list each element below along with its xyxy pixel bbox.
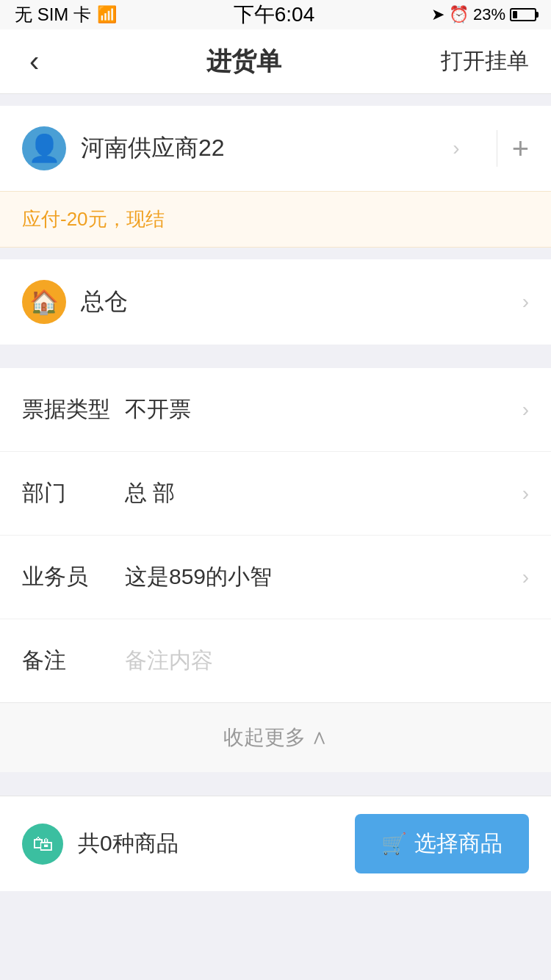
notice-bar: 应付-20元，现结 bbox=[0, 191, 551, 248]
open-pending-button[interactable]: 打开挂单 bbox=[441, 46, 529, 76]
bottom-bar: 🛍 共0种商品 🛒 选择商品 bbox=[0, 796, 551, 891]
section-divider-1 bbox=[0, 94, 551, 106]
battery-percent: 23% bbox=[473, 5, 505, 24]
status-bar: 无 SIM 卡 📶 下午6:04 ➤ ⏰ 23% bbox=[0, 0, 551, 29]
sales-rep-chevron-icon: › bbox=[522, 566, 529, 589]
status-right: ➤ ⏰ 23% bbox=[431, 5, 536, 24]
remark-placeholder[interactable]: 备注内容 bbox=[125, 646, 529, 676]
department-value: 总 部 bbox=[125, 478, 522, 508]
sales-rep-label: 业务员 bbox=[22, 562, 125, 592]
status-carrier: 无 SIM 卡 📶 bbox=[15, 3, 117, 26]
page-title: 进货单 bbox=[206, 45, 281, 79]
location-icon: ➤ bbox=[431, 5, 444, 24]
collapse-row[interactable]: 收起更多 ∧ bbox=[0, 702, 551, 772]
invoice-type-value: 不开票 bbox=[125, 394, 522, 425]
wifi-icon: 📶 bbox=[97, 5, 117, 24]
remark-label: 备注 bbox=[22, 646, 125, 676]
shopping-bag-icon: 🛍 bbox=[32, 832, 53, 856]
form-row-invoice[interactable]: 票据类型 不开票 › bbox=[0, 368, 551, 452]
add-product-icon: 🛒 bbox=[381, 832, 407, 856]
supplier-chevron-icon: › bbox=[453, 137, 459, 160]
collapse-label[interactable]: 收起更多 ∧ bbox=[223, 724, 328, 752]
form-section: 票据类型 不开票 › 部门 总 部 › 业务员 这是859的小智 › 备注 备注… bbox=[0, 368, 551, 702]
invoice-chevron-icon: › bbox=[522, 398, 529, 422]
section-divider-4 bbox=[0, 772, 551, 784]
supplier-row[interactable]: 👤 河南供应商22 › + bbox=[0, 106, 551, 191]
warehouse-name: 总仓 bbox=[81, 286, 522, 318]
warehouse-icon-wrap: 🏠 bbox=[22, 280, 66, 324]
warehouse-section: 🏠 总仓 › bbox=[0, 259, 551, 345]
section-divider-2 bbox=[0, 248, 551, 259]
warehouse-icon: 🏠 bbox=[29, 288, 59, 316]
warehouse-row[interactable]: 🏠 总仓 › bbox=[0, 259, 551, 345]
form-row-remark[interactable]: 备注 备注内容 bbox=[0, 619, 551, 702]
product-count: 共0种商品 bbox=[78, 829, 355, 859]
status-time: 下午6:04 bbox=[234, 1, 315, 29]
select-product-label: 选择商品 bbox=[414, 829, 503, 859]
vertical-divider bbox=[497, 130, 497, 167]
department-chevron-icon: › bbox=[522, 482, 529, 505]
section-divider-3 bbox=[0, 345, 551, 356]
form-row-sales-rep[interactable]: 业务员 这是859的小智 › bbox=[0, 536, 551, 619]
form-row-department[interactable]: 部门 总 部 › bbox=[0, 452, 551, 536]
warehouse-chevron-icon: › bbox=[522, 290, 529, 314]
product-icon-wrap: 🛍 bbox=[22, 824, 63, 865]
alarm-icon: ⏰ bbox=[449, 5, 469, 24]
supplier-name: 河南供应商22 bbox=[81, 132, 453, 165]
supplier-avatar: 👤 bbox=[22, 126, 66, 170]
select-product-button[interactable]: 🛒 选择商品 bbox=[355, 814, 529, 873]
invoice-type-label: 票据类型 bbox=[22, 394, 125, 425]
person-icon: 👤 bbox=[28, 133, 61, 164]
add-supplier-button[interactable]: + bbox=[512, 132, 529, 165]
sales-rep-value: 这是859的小智 bbox=[125, 562, 522, 592]
department-label: 部门 bbox=[22, 478, 125, 508]
notice-text: 应付-20元，现结 bbox=[22, 208, 165, 230]
battery-icon bbox=[510, 8, 536, 21]
back-button[interactable]: ‹ bbox=[22, 37, 46, 85]
supplier-section: 👤 河南供应商22 › + 应付-20元，现结 bbox=[0, 106, 551, 248]
nav-bar: ‹ 进货单 打开挂单 bbox=[0, 29, 551, 94]
